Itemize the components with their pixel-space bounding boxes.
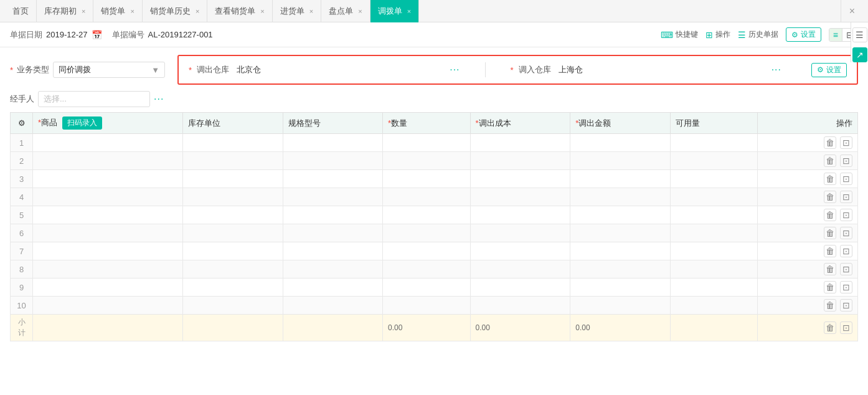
cell-quantity[interactable] [383, 170, 471, 188]
tab-close-purchase[interactable]: × [309, 7, 313, 15]
copy-row-button[interactable]: ⊡ [840, 321, 852, 334]
window-close-button[interactable]: × [841, 0, 863, 22]
cell-ops: 🗑⊡ [758, 224, 858, 242]
cell-quantity[interactable] [383, 134, 471, 152]
cell-amount[interactable] [570, 278, 671, 297]
cell-product[interactable] [33, 260, 183, 278]
cell-product[interactable] [33, 206, 183, 224]
cell-product[interactable] [33, 224, 183, 242]
cell-amount[interactable] [570, 170, 671, 188]
calendar-icon[interactable]: 📅 [92, 30, 102, 40]
cell-cost[interactable] [470, 152, 570, 170]
delete-row-button[interactable]: 🗑 [824, 299, 836, 312]
tab-view-sales[interactable]: 查看销货单 × [207, 0, 272, 22]
copy-row-button[interactable]: ⊡ [840, 263, 852, 275]
cell-product[interactable] [33, 134, 183, 152]
shortcuts-button[interactable]: ⌨ 快捷键 [661, 29, 698, 40]
cell-product[interactable] [33, 152, 183, 170]
tab-inventory-init[interactable]: 库存期初 × [37, 0, 93, 22]
cell-product[interactable] [33, 170, 183, 188]
delete-row-button[interactable]: 🗑 [824, 281, 836, 293]
operations-button[interactable]: ⊞ 操作 [705, 29, 730, 40]
tab-close-view-sales[interactable]: × [260, 7, 264, 15]
settings-button[interactable]: ⚙ 设置 [786, 27, 821, 42]
cell-amount[interactable] [570, 242, 671, 260]
cell-amount[interactable] [570, 134, 671, 152]
tab-stocktake[interactable]: 盘点单 × [321, 0, 370, 22]
copy-row-button[interactable]: ⊡ [840, 191, 852, 203]
cell-quantity[interactable] [383, 278, 471, 297]
tab-purchase[interactable]: 进货单 × [273, 0, 321, 22]
view-list-button[interactable]: ≡ [829, 29, 842, 41]
copy-row-button[interactable]: ⊡ [840, 299, 852, 312]
cell-cost[interactable] [470, 278, 570, 297]
tab-close-stocktake[interactable]: × [358, 7, 362, 15]
delete-row-button[interactable]: 🗑 [824, 209, 836, 221]
copy-row-button[interactable]: ⊡ [840, 227, 852, 239]
handler-select[interactable]: 选择... [38, 91, 150, 107]
delete-row-button[interactable]: 🗑 [824, 173, 836, 185]
cell-quantity[interactable] [383, 152, 471, 170]
tab-transfer[interactable]: 调拨单 × [370, 0, 419, 22]
copy-row-button[interactable]: ⊡ [840, 281, 852, 293]
copy-row-button[interactable]: ⊡ [840, 136, 852, 149]
cell-quantity[interactable] [383, 242, 471, 260]
handler-more-icon[interactable]: ··· [154, 93, 164, 105]
cell-quantity[interactable] [383, 206, 471, 224]
tab-close-transfer[interactable]: × [407, 7, 411, 15]
cell-cost[interactable] [470, 297, 570, 315]
transfer-out-more-icon[interactable]: ··· [450, 64, 460, 75]
cell-amount[interactable] [570, 206, 671, 224]
delete-row-button[interactable]: 🗑 [824, 227, 836, 239]
cell-amount[interactable] [570, 224, 671, 242]
delete-row-button[interactable]: 🗑 [824, 245, 836, 257]
delete-row-button[interactable]: 🗑 [824, 191, 836, 203]
cell-ops: 🗑⊡ [758, 188, 858, 206]
cell-amount[interactable] [570, 260, 671, 278]
th-gear[interactable]: ⚙ [11, 113, 33, 134]
cell-cost[interactable] [470, 224, 570, 242]
sidebar-list-icon[interactable]: ☰ [852, 27, 867, 42]
cell-product[interactable] [33, 188, 183, 206]
delete-row-button[interactable]: 🗑 [824, 136, 836, 149]
cell-amount[interactable] [570, 188, 671, 206]
copy-row-button[interactable]: ⊡ [840, 209, 852, 221]
cell-cost[interactable] [470, 242, 570, 260]
history-button[interactable]: ☰ 历史单据 [738, 29, 778, 40]
cell-amount[interactable] [570, 297, 671, 315]
tab-close-sales-order[interactable]: × [130, 7, 134, 15]
sidebar-export-icon[interactable]: ↗ [852, 47, 867, 62]
cell-quantity[interactable] [383, 297, 471, 315]
cell-quantity[interactable] [383, 260, 471, 278]
cell-product[interactable] [33, 297, 183, 315]
cell-amount[interactable] [570, 152, 671, 170]
cell-cost[interactable] [470, 260, 570, 278]
tab-sales-order[interactable]: 销货单 × [93, 0, 142, 22]
table-row: 小计0.000.000.00🗑⊡ [11, 315, 858, 341]
copy-row-button[interactable]: ⊡ [840, 173, 852, 185]
cell-cost[interactable] [470, 188, 570, 206]
business-type-select[interactable]: 同价调拨 ▼ [53, 62, 165, 78]
transfer-in-more-icon[interactable]: ··· [771, 64, 781, 75]
highlight-settings-button[interactable]: ⚙ 设置 [811, 63, 847, 77]
tab-close-inventory-init[interactable]: × [82, 7, 85, 15]
tab-home[interactable]: 首页 [5, 0, 37, 22]
cell-product[interactable] [33, 242, 183, 260]
cell-ops: 🗑⊡ [758, 297, 858, 315]
delete-row-button[interactable]: 🗑 [824, 321, 836, 334]
scan-button[interactable]: 扫码录入 [62, 117, 102, 130]
right-sidebar: ☰ ↗ [851, 22, 868, 62]
cell-product[interactable] [33, 278, 183, 297]
copy-row-button[interactable]: ⊡ [840, 155, 852, 167]
delete-row-button[interactable]: 🗑 [824, 155, 836, 167]
tab-close-sales-history[interactable]: × [196, 7, 199, 15]
cell-unit [182, 242, 283, 260]
tab-sales-history[interactable]: 销货单历史 × [143, 0, 207, 22]
cell-cost[interactable] [470, 206, 570, 224]
cell-quantity[interactable] [383, 224, 471, 242]
copy-row-button[interactable]: ⊡ [840, 245, 852, 257]
cell-cost[interactable] [470, 134, 570, 152]
cell-quantity[interactable] [383, 188, 471, 206]
cell-cost[interactable] [470, 170, 570, 188]
delete-row-button[interactable]: 🗑 [824, 263, 836, 275]
